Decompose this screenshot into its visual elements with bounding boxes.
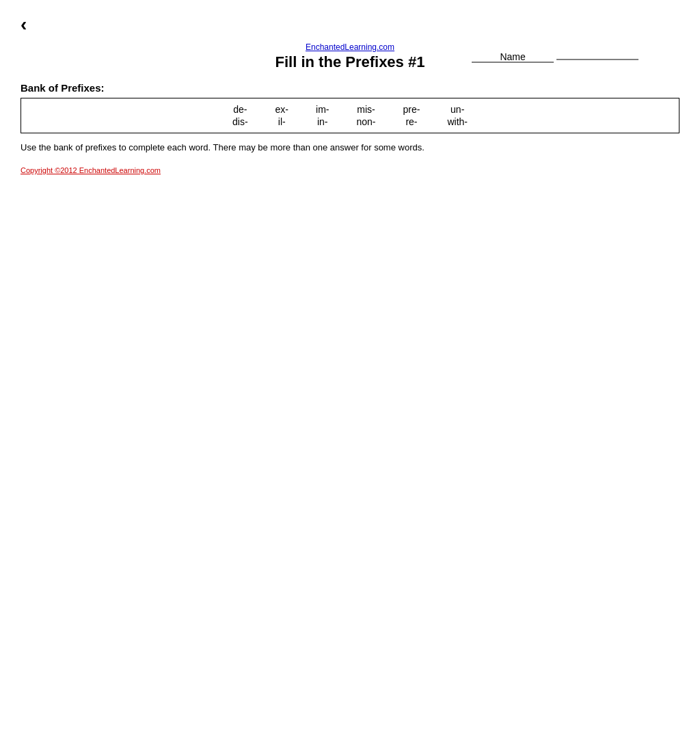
bank-label: Bank of Prefixes: bbox=[21, 82, 679, 94]
prefix-item: pre- bbox=[403, 104, 420, 115]
prefix-item: im- bbox=[316, 104, 329, 115]
copyright: Copyright ©2012 EnchantedLearning.com bbox=[21, 166, 679, 174]
instruction-text: Use the bank of prefixes to complete eac… bbox=[21, 142, 679, 154]
name-label: Name bbox=[472, 51, 554, 63]
prefix-item: mis- bbox=[357, 104, 375, 115]
prefix-column: un-with- bbox=[447, 104, 468, 127]
prefix-item: il- bbox=[278, 116, 286, 127]
prefix-item: non- bbox=[356, 116, 375, 127]
prefix-column: de-dis- bbox=[232, 104, 248, 127]
prefix-bank: de-dis-ex-il-im-in-mis-non-pre-re-un-wit… bbox=[21, 98, 679, 133]
prefix-item: de- bbox=[233, 104, 247, 115]
prefix-column: ex-il- bbox=[275, 104, 288, 127]
prefix-item: ex- bbox=[275, 104, 288, 115]
prefix-item: in- bbox=[317, 116, 328, 127]
prefix-item: re- bbox=[405, 116, 417, 127]
prefix-column: pre-re- bbox=[403, 104, 420, 127]
prefix-item: un- bbox=[450, 104, 464, 115]
back-arrow[interactable]: ‹ bbox=[21, 14, 27, 36]
prefix-column: im-in- bbox=[316, 104, 329, 127]
header-area: EnchantedLearning.com Fill in the Prefix… bbox=[21, 42, 679, 71]
prefix-column: mis-non- bbox=[356, 104, 375, 127]
name-underline bbox=[556, 59, 638, 60]
prefix-item: dis- bbox=[232, 116, 248, 127]
name-field: Name bbox=[472, 51, 638, 63]
prefix-item: with- bbox=[447, 116, 468, 127]
